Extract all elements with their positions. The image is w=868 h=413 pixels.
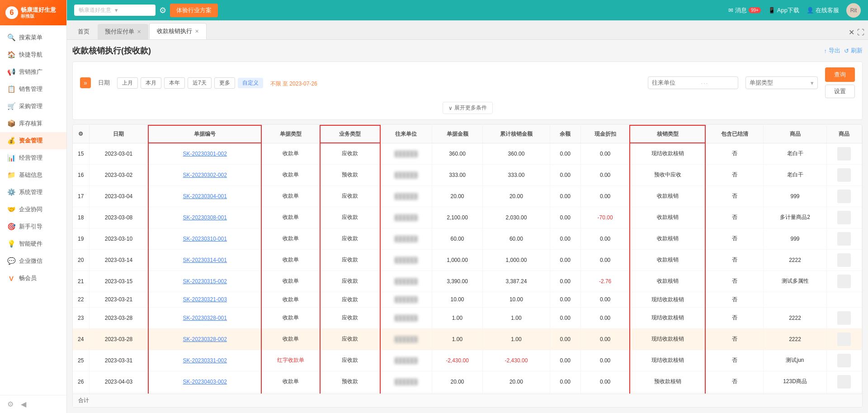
sidebar-item-guide[interactable]: 🎯 新手引导 — [0, 218, 66, 235]
row-partner: ██████ — [380, 143, 432, 164]
receipt-exec-tab-close-icon[interactable]: ✕ — [195, 28, 199, 34]
sidebar-item-system[interactable]: ⚙️ 系统管理 — [0, 184, 66, 201]
filter-toggle-btn[interactable]: » — [80, 77, 91, 88]
table-row[interactable]: 16 2023-03-02 SK-20230302-002 收款单 预收款 ██… — [73, 164, 862, 185]
tab-close-all-icon[interactable]: ✕ — [849, 28, 854, 37]
doc-no-link[interactable]: SK-20230310-001 — [183, 236, 226, 242]
sidebar-item-basic[interactable]: 📁 基础信息 — [0, 166, 66, 184]
row-partner: ██████ — [380, 249, 432, 271]
table-row[interactable]: 20 2023-03-14 SK-20230314-001 收款单 应收款 ██… — [73, 249, 862, 271]
row-doc-no: SK-20230403-002 — [148, 371, 261, 392]
row-no: 19 — [73, 228, 89, 249]
expand-more-btn[interactable]: ∨ 展开更多条件 — [443, 102, 493, 114]
sidebar-item-search[interactable]: 🔍 搜索菜单 — [0, 29, 66, 46]
doc-no-link[interactable]: SK-20230328-002 — [183, 336, 226, 342]
industry-btn[interactable]: 体验行业方案 — [170, 4, 218, 17]
row-product-img — [826, 271, 862, 292]
message-item[interactable]: ✉ 消息 99+ — [728, 6, 761, 14]
tab-receipt-exec[interactable]: 收款核销执行 ✕ — [149, 23, 207, 39]
row-no: 17 — [73, 185, 89, 207]
sidebar-item-hardware[interactable]: 💡 智能硬件 — [0, 235, 66, 252]
table-scroll-area[interactable]: ⚙ 日期 单据编号 单据类型 业务类型 往来单位 单据金额 累计核销金额 余额 … — [73, 125, 862, 394]
doc-no-link[interactable]: SK-20230315-002 — [183, 278, 226, 285]
row-balance: 0.00 — [550, 143, 580, 164]
service-item[interactable]: 👤 在线客服 — [807, 6, 839, 14]
row-include-clear: 否 — [705, 328, 764, 350]
sidebar-item-finance[interactable]: 💰 资金管理 — [0, 132, 66, 149]
tab-maximize-icon[interactable]: ⛶ — [857, 28, 864, 37]
app-download-item[interactable]: 📱 App下载 — [768, 6, 799, 14]
settings-filter-btn[interactable]: 设置 — [825, 85, 855, 98]
doc-no-link[interactable]: SK-20230403-002 — [183, 379, 226, 385]
sidebar-item-sales[interactable]: 📋 销售管理 — [0, 81, 66, 98]
table-row[interactable]: 23 2023-03-28 SK-20230328-001 收款单 应收款 ██… — [73, 307, 862, 328]
collapse-icon[interactable]: ◀ — [21, 400, 26, 408]
sidebar-bottom: ⚙ ◀ — [0, 395, 66, 413]
sidebar-item-inventory[interactable]: 📦 库存核算 — [0, 115, 66, 132]
sidebar-item-member[interactable]: V 畅会员 — [0, 270, 66, 287]
row-date: 2023-03-08 — [89, 207, 148, 228]
row-date: 2023-03-10 — [89, 228, 148, 249]
message-icon: ✉ — [728, 7, 733, 14]
service-icon: 👤 — [807, 7, 814, 14]
row-cancel-type: 现结收款核销 — [630, 307, 705, 328]
company-dropdown[interactable]: 畅康道好生意 ▾ — [74, 5, 156, 16]
home-icon: 🏠 — [7, 51, 15, 59]
sidebar-item-operations[interactable]: 📊 经营管理 — [0, 149, 66, 166]
this-month-btn[interactable]: 本月 — [141, 77, 161, 89]
tab-prepay[interactable]: 预付应付单 ✕ — [98, 24, 148, 39]
last-month-btn[interactable]: 上月 — [117, 77, 138, 89]
table-row[interactable]: 19 2023-03-10 SK-20230310-001 收款单 应收款 ██… — [73, 228, 862, 249]
row-product-img — [826, 328, 862, 350]
prepay-tab-close-icon[interactable]: ✕ — [137, 29, 141, 35]
table-row[interactable]: 26 2023-04-03 SK-20230403-002 收款单 预收款 ██… — [73, 371, 862, 392]
sidebar-item-purchase[interactable]: 🛒 采购管理 — [0, 98, 66, 115]
refresh-btn[interactable]: ↺ 刷新 — [844, 47, 863, 55]
row-no: 20 — [73, 249, 89, 271]
settings-icon[interactable]: ⚙ — [7, 400, 14, 408]
sidebar-item-marketing[interactable]: 📢 营销推广 — [0, 63, 66, 81]
header-gear-icon[interactable]: ⚙ — [159, 5, 166, 15]
table-row[interactable]: 22 2023-03-21 SK-20230321-003 收款单 应收款 ██… — [73, 292, 862, 307]
more-date-btn[interactable]: 更多 — [214, 77, 235, 89]
col-partner: 往来单位 — [380, 125, 432, 143]
logo-text: 畅康道好生意 — [21, 6, 56, 14]
row-no: 22 — [73, 292, 89, 307]
doc-no-link[interactable]: SK-20230328-001 — [183, 315, 226, 321]
sidebar-label-purchase: 采购管理 — [19, 102, 42, 110]
table-row[interactable]: 17 2023-03-04 SK-20230304-001 收款单 应收款 ██… — [73, 185, 862, 207]
sidebar-item-wechat[interactable]: 💬 企业微信 — [0, 252, 66, 270]
table-row[interactable]: 25 2023-03-31 SK-20230331-002 红字收款单 应收款 … — [73, 350, 862, 371]
doc-no-link[interactable]: SK-20230301-002 — [183, 151, 226, 157]
sidebar-item-quick-nav[interactable]: 🏠 快捷导航 — [0, 46, 66, 63]
table-row[interactable]: 15 2023-03-01 SK-20230301-002 收款单 应收款 ██… — [73, 143, 862, 164]
table-row[interactable]: 24 2023-03-28 SK-20230328-002 收款单 应收款 ██… — [73, 328, 862, 350]
table-row[interactable]: 18 2023-03-08 SK-20230308-001 收款单 应收款 ██… — [73, 207, 862, 228]
this-year-btn[interactable]: 本年 — [164, 77, 185, 89]
row-balance: 0.00 — [550, 307, 580, 328]
doc-no-link[interactable]: SK-20230304-001 — [183, 193, 226, 199]
prepay-tab-label: 预付应付单 — [105, 28, 134, 36]
custom-date-btn[interactable]: 自定义 — [238, 78, 263, 88]
doc-no-link[interactable]: SK-20230302-002 — [183, 172, 226, 178]
col-settings[interactable]: ⚙ — [73, 125, 89, 143]
row-cancel-type: 收款核销 — [630, 207, 705, 228]
tab-home[interactable]: 首页 — [71, 24, 97, 39]
row-product: 老白干 — [764, 164, 826, 185]
col-cash-discount: 现金折扣 — [580, 125, 630, 143]
last-7days-btn[interactable]: 近7天 — [188, 77, 212, 89]
doc-no-link[interactable]: SK-20230321-003 — [183, 296, 226, 303]
export-btn[interactable]: ↑ 导出 — [824, 47, 841, 55]
row-doc-no: SK-20230331-002 — [148, 350, 261, 371]
doc-no-link[interactable]: SK-20230331-002 — [183, 357, 226, 364]
avatar[interactable]: Rit — [846, 3, 861, 18]
row-product-img — [826, 228, 862, 249]
row-date: 2023-04-03 — [89, 371, 148, 392]
table-row[interactable]: 21 2023-03-15 SK-20230315-002 收款单 应收款 ██… — [73, 271, 862, 292]
doc-type-filter-input[interactable]: 单据类型 ▾ — [745, 76, 818, 89]
sidebar-item-corp[interactable]: 🤝 企业协同 — [0, 201, 66, 218]
partner-filter-input[interactable]: 往来单位 ··· — [648, 76, 738, 89]
query-btn[interactable]: 查询 — [825, 67, 855, 82]
doc-no-link[interactable]: SK-20230308-001 — [183, 214, 226, 221]
doc-no-link[interactable]: SK-20230314-001 — [183, 257, 226, 263]
